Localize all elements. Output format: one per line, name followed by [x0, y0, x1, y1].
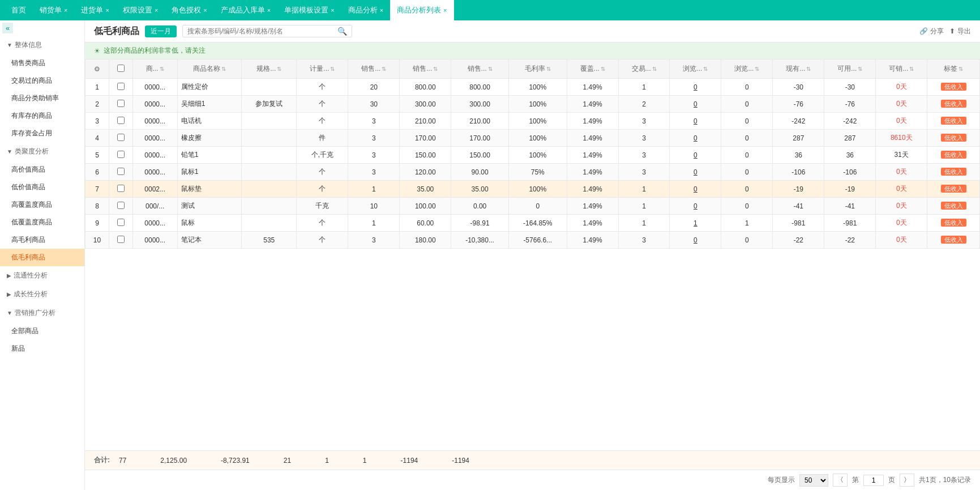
col-sales[interactable]: 销售...⇅: [451, 59, 509, 79]
col-name[interactable]: 商品名称⇅: [177, 59, 241, 79]
row-name[interactable]: 鼠标: [177, 215, 241, 232]
trade-link[interactable]: 0: [694, 185, 697, 193]
col-settings[interactable]: ⚙: [85, 59, 109, 79]
nav-purchase[interactable]: 进货单 ×: [74, 0, 115, 20]
trade-link[interactable]: 0: [694, 117, 697, 125]
trade-link[interactable]: 0: [694, 83, 697, 91]
row-select-checkbox[interactable]: [117, 219, 125, 226]
trade-link[interactable]: 0: [694, 151, 697, 159]
trade-link[interactable]: 1: [694, 219, 697, 227]
row-select-checkbox[interactable]: [117, 185, 125, 192]
row-name[interactable]: 属性定价: [177, 79, 241, 96]
row-name[interactable]: 电话机: [177, 113, 241, 130]
close-icon[interactable]: ×: [64, 7, 67, 14]
col-coverage[interactable]: 覆盖...⇅: [567, 59, 618, 79]
sidebar-item-category-rate[interactable]: 商品分类助销率: [0, 90, 84, 107]
next-page-button[interactable]: 〉: [900, 474, 914, 487]
row-select-checkbox[interactable]: [117, 151, 125, 158]
row-select-checkbox[interactable]: [117, 236, 125, 243]
col-tag[interactable]: 标签⇅: [927, 59, 980, 79]
close-icon[interactable]: ×: [331, 7, 334, 14]
sidebar-group-growth[interactable]: ▶ 成长性分析: [0, 285, 84, 304]
nav-product-analysis[interactable]: 商品分析 ×: [341, 0, 390, 20]
close-icon[interactable]: ×: [443, 7, 447, 14]
row-name[interactable]: 笔记本: [177, 232, 241, 249]
sidebar-item-new-goods[interactable]: 新品: [0, 340, 84, 357]
nav-permissions[interactable]: 权限设置 ×: [116, 0, 165, 20]
row-checkbox[interactable]: [109, 79, 132, 96]
col-spec[interactable]: 规格...⇅: [242, 59, 297, 79]
page-input[interactable]: [863, 475, 884, 486]
sidebar-item-high-coverage[interactable]: 高覆盖度商品: [0, 196, 84, 214]
search-icon[interactable]: 🔍: [337, 27, 347, 36]
export-button[interactable]: ⬆ 导出: [949, 27, 971, 36]
trade-link[interactable]: 0: [694, 168, 697, 176]
sidebar-group-marketing[interactable]: ▼ 营销推广分析: [0, 304, 84, 322]
row-name[interactable]: 铅笔1: [177, 147, 241, 164]
sidebar-item-sales-goods[interactable]: 销售类商品: [0, 54, 84, 72]
col-checkbox[interactable]: [109, 59, 132, 79]
col-sellable[interactable]: 可销...⇅: [876, 59, 927, 79]
row-select-checkbox[interactable]: [117, 117, 125, 124]
date-filter-button[interactable]: 近一月: [145, 25, 177, 37]
close-icon[interactable]: ×: [155, 7, 158, 14]
row-select-checkbox[interactable]: [117, 134, 125, 141]
col-qty[interactable]: 销售...⇅: [348, 59, 400, 79]
row-select-checkbox[interactable]: [117, 168, 125, 175]
trade-link[interactable]: 0: [694, 202, 697, 210]
search-input[interactable]: [187, 27, 337, 35]
sidebar-group-overall[interactable]: ▼ 整体信息: [0, 36, 84, 54]
close-icon[interactable]: ×: [267, 7, 271, 14]
row-checkbox[interactable]: [109, 130, 132, 147]
row-checkbox[interactable]: [109, 164, 132, 181]
per-page-select[interactable]: 50 100: [799, 474, 828, 487]
sidebar-group-flow[interactable]: ▶ 流通性分析: [0, 266, 84, 285]
col-trade[interactable]: 交易...⇅: [618, 59, 670, 79]
sidebar-item-traded-goods[interactable]: 交易过的商品: [0, 72, 84, 90]
trade-link[interactable]: 0: [694, 100, 697, 108]
close-icon[interactable]: ×: [203, 7, 207, 14]
nav-home[interactable]: 首页: [5, 0, 33, 20]
row-checkbox[interactable]: [109, 113, 132, 130]
col-browse1[interactable]: 浏览...⇅: [670, 59, 721, 79]
row-checkbox[interactable]: [109, 96, 132, 113]
sidebar-group-cluster[interactable]: ▼ 类聚度分析: [0, 142, 84, 161]
row-name[interactable]: 鼠标1: [177, 164, 241, 181]
col-margin[interactable]: 毛利率⇅: [508, 59, 567, 79]
col-unit[interactable]: 计量...⇅: [297, 59, 348, 79]
col-browse2[interactable]: 浏览...⇅: [721, 59, 773, 79]
row-checkbox[interactable]: [109, 147, 132, 164]
row-select-checkbox[interactable]: [117, 83, 125, 90]
row-checkbox[interactable]: [109, 181, 132, 198]
prev-page-button[interactable]: 〈: [833, 474, 848, 487]
sidebar-item-low-margin[interactable]: 低毛利商品: [0, 249, 84, 266]
sidebar-item-stocked-goods[interactable]: 有库存的商品: [0, 107, 84, 125]
trade-link[interactable]: 0: [694, 134, 697, 142]
nav-sales[interactable]: 销货单 ×: [33, 0, 74, 20]
nav-finished-goods[interactable]: 产成品入库单 ×: [214, 0, 277, 20]
row-name[interactable]: 鼠标垫: [177, 181, 241, 198]
col-current[interactable]: 现有...⇅: [773, 59, 824, 79]
close-icon[interactable]: ×: [380, 7, 383, 14]
row-checkbox[interactable]: [109, 232, 132, 249]
nav-template[interactable]: 单据模板设置 ×: [277, 0, 341, 20]
row-select-checkbox[interactable]: [117, 100, 125, 107]
share-button[interactable]: 🔗 分享: [919, 27, 944, 36]
col-available[interactable]: 可用...⇅: [824, 59, 876, 79]
row-name[interactable]: 测试: [177, 198, 241, 215]
close-icon[interactable]: ×: [105, 7, 109, 14]
col-code[interactable]: 商...⇅: [132, 59, 177, 79]
nav-product-analysis-list[interactable]: 商品分析列表 ×: [390, 0, 453, 20]
row-name[interactable]: 吴细细1: [177, 96, 241, 113]
trade-link[interactable]: 0: [694, 236, 697, 244]
sidebar-collapse-btn[interactable]: «: [2, 23, 13, 33]
row-select-checkbox[interactable]: [117, 202, 125, 209]
row-name[interactable]: 橡皮擦: [177, 130, 241, 147]
sidebar-item-low-value[interactable]: 低价值商品: [0, 178, 84, 196]
select-all-checkbox[interactable]: [117, 65, 125, 72]
sidebar-item-stock-capital[interactable]: 库存资金占用: [0, 125, 84, 142]
sidebar-item-high-margin[interactable]: 高毛利商品: [0, 231, 84, 249]
col-price[interactable]: 销售...⇅: [400, 59, 451, 79]
sidebar-item-all-goods[interactable]: 全部商品: [0, 322, 84, 340]
nav-roles[interactable]: 角色授权 ×: [165, 0, 213, 20]
